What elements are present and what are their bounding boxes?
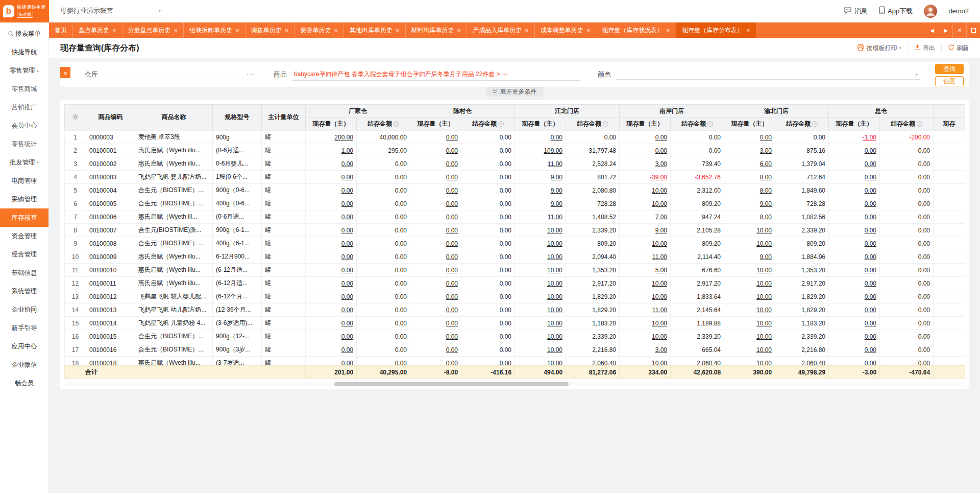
search-button[interactable]: 查询 [935, 64, 964, 74]
qty-link[interactable]: 0.00 [655, 147, 667, 154]
tab-close-icon[interactable]: × [666, 27, 670, 34]
qty-link[interactable]: 0.00 [446, 307, 458, 314]
tab[interactable]: 现存量（库存分布表）× [676, 22, 756, 38]
table-row[interactable]: 1600100015合生元（BIOSTIME）...900g（12-...罐0.… [65, 330, 965, 343]
qty-link[interactable]: 10.00 [756, 280, 772, 287]
avatar[interactable] [924, 5, 937, 18]
tab-close-icon[interactable]: × [334, 27, 338, 34]
qty-link[interactable]: 0.00 [446, 240, 458, 247]
sidebar-item[interactable]: 库存核算 [0, 208, 48, 227]
qty-link[interactable]: 7.00 [655, 214, 667, 221]
qty-link[interactable]: 10.00 [547, 333, 562, 340]
collapse-filters-button[interactable]: » [60, 67, 70, 78]
qty-column-header[interactable]: 现存量（主） [829, 118, 880, 130]
sidebar-item[interactable]: 企业协同 [0, 300, 48, 319]
qty-link[interactable]: 3.00 [760, 147, 772, 154]
qty-link[interactable]: -39.00 [650, 174, 667, 181]
settings-button[interactable]: 设置 [935, 76, 964, 86]
qty-link[interactable]: 0.00 [341, 267, 353, 274]
qty-link[interactable]: 0.00 [341, 293, 353, 300]
qty-link[interactable]: 8.00 [760, 187, 772, 194]
qty-link[interactable]: 0.00 [341, 227, 353, 234]
qty-link[interactable]: 0.00 [341, 346, 353, 354]
qty-link[interactable]: 0.00 [865, 240, 876, 247]
print-by-template-button[interactable]: 按模板打印 ▾ [857, 44, 901, 53]
table-row[interactable]: 900100008合生元（BIOSTIME）...400g（6-1...罐0.0… [65, 237, 965, 250]
qty-link[interactable]: 10.00 [756, 320, 772, 327]
table-row[interactable]: 500100004合生元（BIOSTIME）...900g（0-6...罐0.0… [65, 184, 965, 197]
amount-column-header[interactable]: 结存金额? [461, 118, 515, 130]
sidebar-item[interactable]: 营销推广 [0, 98, 48, 116]
tab-close-icon[interactable]: × [235, 27, 239, 34]
table-row[interactable]: 200100001惠氏启赋（Wyeth illu...(0-6月适...罐1.0… [65, 144, 965, 157]
table-row[interactable]: 1500100014飞鹤星飞帆 儿童奶粉 4...(3-6岁适用)...罐0.0… [65, 317, 965, 330]
qty-link[interactable]: 0.00 [341, 160, 353, 168]
tab-close-icon[interactable]: × [112, 27, 116, 34]
qty-link[interactable]: 9.00 [551, 187, 562, 194]
color-select[interactable]: ▾ [616, 69, 920, 80]
more-options-icon[interactable]: ··· [247, 71, 254, 78]
qty-link[interactable]: 5.00 [655, 267, 667, 274]
qty-link[interactable]: 11.00 [652, 307, 667, 314]
sidebar-item[interactable]: 批发管理▾ [0, 153, 48, 172]
qty-link[interactable]: 0.00 [341, 320, 353, 327]
qty-link[interactable]: 10.00 [547, 346, 562, 354]
messages-button[interactable]: 消息 [844, 6, 868, 16]
qty-link[interactable]: 0.00 [341, 360, 353, 366]
qty-link[interactable]: 10.00 [652, 293, 667, 300]
qty-link[interactable]: 0.00 [446, 346, 458, 354]
qty-link[interactable]: 0.00 [865, 333, 876, 340]
qty-link[interactable]: 6.00 [760, 160, 772, 168]
qty-link[interactable]: 0.00 [446, 227, 458, 234]
qty-link[interactable]: 10.00 [547, 240, 562, 247]
tab[interactable]: 首页 [49, 22, 73, 38]
qty-link[interactable]: 10.00 [547, 227, 562, 234]
qty-link[interactable]: 11.00 [652, 253, 667, 261]
qty-link[interactable]: 0.00 [865, 307, 876, 314]
sidebar-item[interactable]: 经营管理 [0, 245, 48, 264]
tabs-close-button[interactable]: × [952, 22, 966, 38]
sidebar-item[interactable]: 新手引导 [0, 319, 48, 337]
qty-link[interactable]: 0.00 [446, 160, 458, 168]
sidebar-item[interactable]: 零售管理▴ [0, 61, 48, 80]
warehouse-input[interactable]: ··· [103, 69, 256, 80]
qty-link[interactable]: 10.00 [756, 333, 772, 340]
tab-close-icon[interactable]: × [396, 27, 400, 34]
sidebar-item[interactable]: 会员中心 [0, 116, 48, 135]
qty-link[interactable]: 0.00 [341, 307, 353, 314]
qty-link[interactable]: 0.00 [865, 360, 876, 366]
qty-link[interactable]: 10.00 [652, 360, 667, 366]
qty-link[interactable]: 10.00 [756, 227, 772, 234]
qty-link[interactable]: 0.00 [865, 320, 876, 327]
tab-close-icon[interactable]: × [457, 27, 461, 34]
tab[interactable]: 现存量（库存状况表）× [596, 22, 676, 38]
help-icon[interactable]: ? [707, 121, 713, 127]
sidebar-item[interactable]: 基础信息 [0, 264, 48, 282]
qty-link[interactable]: 0.00 [341, 333, 353, 340]
qty-link[interactable]: 10.00 [547, 320, 562, 327]
tab[interactable]: 产成品入库单历史× [467, 22, 535, 38]
qty-link[interactable]: 0.00 [865, 280, 876, 287]
qty-link[interactable]: 0.00 [865, 293, 876, 300]
qty-column-header[interactable]: 现存量（主） [724, 118, 775, 130]
qty-link[interactable]: 9.00 [551, 174, 562, 181]
amount-column-header[interactable]: 结存金额? [566, 118, 620, 130]
tab-close-icon[interactable]: × [746, 27, 750, 34]
tab-scroll-left-button[interactable]: ◀ [925, 22, 939, 38]
qty-link[interactable]: -1.00 [863, 134, 876, 141]
table-row[interactable]: 1300100012飞鹤星飞帆 较大婴儿配...(6-12个月...罐0.000… [65, 290, 965, 303]
qty-link[interactable]: 10.00 [756, 267, 772, 274]
qty-link[interactable]: 0.00 [865, 227, 876, 234]
qty-column-header[interactable]: 现存量（主） [515, 118, 566, 130]
qty-link[interactable]: 0.00 [865, 214, 876, 221]
qty-link[interactable]: 0.00 [446, 214, 458, 221]
qty-link[interactable]: 0.00 [341, 174, 353, 181]
table-row[interactable]: 1000100009惠氏启赋（Wyeth illu...6-12月900...罐… [65, 250, 965, 264]
qty-link[interactable]: 0.00 [655, 134, 667, 141]
qty-link[interactable]: 10.00 [547, 280, 562, 287]
sidebar-item[interactable]: 采购管理 [0, 190, 48, 208]
qty-link[interactable]: 0.00 [446, 280, 458, 287]
qty-link[interactable]: 0.00 [865, 253, 876, 261]
table-row[interactable]: 1200100011惠氏启赋（Wyeth illu...(6-12月适...罐0… [65, 277, 965, 290]
amount-column-header[interactable]: 结存金额? [357, 118, 410, 130]
